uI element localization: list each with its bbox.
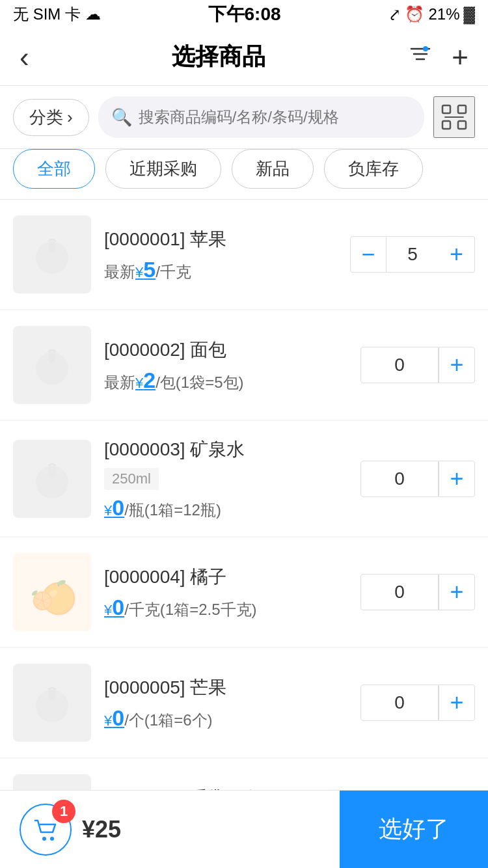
product-price: 最新 ¥2 /包(1袋=5包) [104,368,347,393]
svg-rect-5 [458,105,466,113]
status-bar: 无 SIM 卡 ☁ 下午6:08 ⤤ ⏰ 21% ▓ [0,0,488,29]
tab-negative[interactable]: 负库存 [324,149,423,189]
currency: ¥ [135,264,143,280]
product-name: [0000003] 矿泉水 [104,437,347,462]
product-list: [0000001] 苹果 最新 ¥5 /千克 − + [0000002] [0,200,488,868]
category-arrow: › [67,107,73,128]
quantity-increase-button[interactable]: + [439,574,475,610]
price-value: ¥0 [104,705,124,731]
quantity-increase-button[interactable]: + [439,461,475,497]
quantity-control: + [360,347,475,383]
product-thumbnail [13,553,91,631]
currency: ¥ [104,502,112,519]
status-right: ⤤ ⏰ 21% ▓ [388,5,475,23]
price-label: 最新 [104,372,135,393]
price-value: ¥5 [135,257,156,282]
price-unit: /个(1箱=6个) [124,710,212,731]
value: 0 [112,705,124,730]
price-unit: /瓶(1箱=12瓶) [124,500,221,521]
page-title: 选择商品 [172,41,265,73]
value: 0 [112,495,124,520]
category-button[interactable]: 分类 › [13,99,89,136]
cart-total: ¥25 [82,816,121,843]
search-icon: 🔍 [111,107,132,128]
svg-point-10 [48,240,56,253]
quantity-input[interactable] [360,347,439,383]
quantity-decrease-button[interactable]: − [350,236,386,273]
product-name: [0000004] 橘子 [104,564,347,590]
battery-level: 21% [428,5,459,23]
quantity-input[interactable] [360,574,439,610]
quantity-increase-button[interactable]: + [439,685,475,721]
product-info: [0000001] 苹果 最新 ¥5 /千克 [104,226,337,282]
product-name: [0000005] 芒果 [104,675,347,700]
location-icon: ⤤ [388,5,401,23]
svg-rect-4 [442,105,450,113]
category-label: 分类 [29,106,63,129]
product-price: 最新 ¥5 /千克 [104,257,337,282]
price-value: ¥0 [104,595,124,620]
product-info: [0000003] 矿泉水 250ml ¥0 /瓶(1箱=12瓶) [104,437,347,521]
currency: ¥ [135,375,143,391]
product-thumbnail [13,215,91,293]
quantity-input[interactable] [386,236,439,273]
product-thumbnail [13,326,91,404]
cart-badge: 1 [52,800,75,823]
svg-point-24 [48,688,56,701]
quantity-control: − + [350,236,475,273]
tab-recent[interactable]: 近期采购 [105,149,221,189]
product-name: [0000002] 面包 [104,337,347,362]
product-info: [0000002] 面包 最新 ¥2 /包(1袋=5包) [104,337,347,393]
product-thumbnail [13,440,91,518]
price-unit: /包(1袋=5包) [156,372,243,393]
quantity-input[interactable] [360,685,439,721]
nav-actions: + [409,41,468,74]
product-thumbnail [13,664,91,742]
price-unit: /千克 [156,262,191,282]
svg-point-3 [423,46,428,51]
add-button[interactable]: + [452,41,468,74]
filter-row: 分类 › 🔍 [0,86,488,149]
product-spec: 250ml [104,468,159,490]
tab-row: 全部 近期采购 新品 负库存 [0,149,488,200]
cart-section: 1 ¥25 [0,804,340,856]
quantity-increase-button[interactable]: + [439,236,475,273]
quantity-control: + [360,461,475,497]
battery-icon: ▓ [463,5,475,23]
currency: ¥ [104,712,112,729]
scan-button[interactable] [433,96,475,138]
product-info: [0000005] 芒果 ¥0 /个(1箱=6个) [104,675,347,731]
svg-point-12 [48,351,56,364]
search-box: 🔍 [98,96,424,138]
table-row: [0000001] 苹果 最新 ¥5 /千克 − + [0,200,488,309]
quantity-input[interactable] [360,461,439,497]
svg-point-29 [50,837,54,841]
product-info: [0000004] 橘子 ¥0 /千克(1箱=2.5千克) [104,564,347,620]
tab-all[interactable]: 全部 [13,149,95,189]
table-row: [0000002] 面包 最新 ¥2 /包(1袋=5包) + [0,310,488,420]
quantity-increase-button[interactable]: + [439,347,475,383]
table-row: [0000003] 矿泉水 250ml ¥0 /瓶(1箱=12瓶) + [0,421,488,536]
product-price: ¥0 /千克(1箱=2.5千克) [104,595,347,620]
svg-rect-8 [458,121,466,129]
quantity-control: + [360,574,475,610]
confirm-button[interactable]: 选好了 [340,791,488,869]
back-button[interactable]: ‹ [20,41,29,74]
price-unit: /千克(1箱=2.5千克) [124,599,256,620]
filter-icon-button[interactable] [409,42,432,72]
status-time: 下午6:08 [208,2,281,27]
value: 5 [143,257,156,282]
price-value: ¥0 [104,495,124,521]
search-input[interactable] [139,108,411,126]
product-price: ¥0 /瓶(1箱=12瓶) [104,495,347,521]
price-label: 最新 [104,262,135,282]
cart-icon-wrap[interactable]: 1 [20,804,72,856]
tab-new[interactable]: 新品 [232,149,314,189]
table-row: [0000004] 橘子 ¥0 /千克(1箱=2.5千克) + [0,537,488,647]
value: 0 [112,595,124,619]
sim-status: 无 SIM 卡 ☁ [13,4,101,25]
quantity-control: + [360,685,475,721]
svg-rect-6 [442,121,450,129]
svg-point-14 [48,465,56,478]
nav-bar: ‹ 选择商品 + [0,29,488,86]
